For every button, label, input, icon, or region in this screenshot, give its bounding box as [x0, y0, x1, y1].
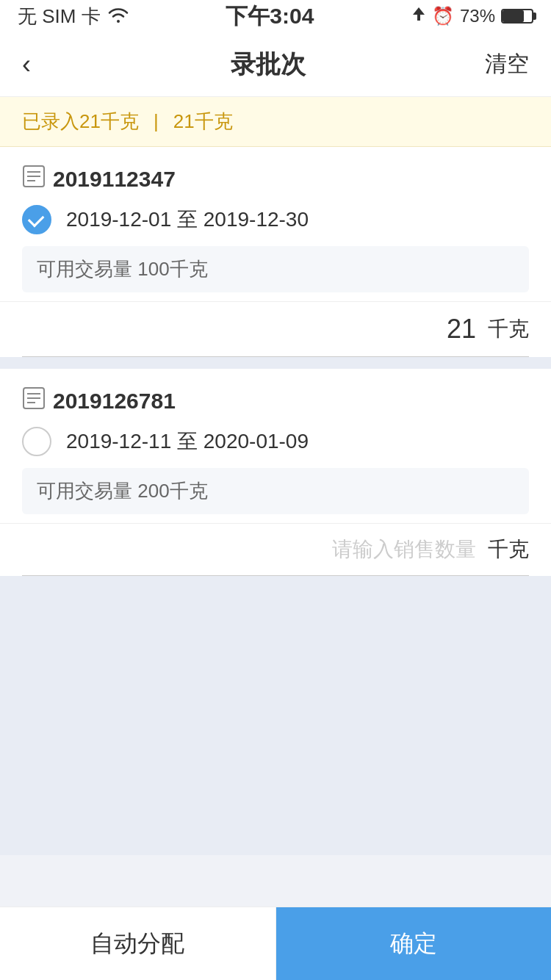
- batch-date-1: 2019-12-01 至 2019-12-30: [66, 206, 309, 234]
- footer: 自动分配 确定: [0, 907, 551, 980]
- quantity-value-1[interactable]: 21: [432, 314, 476, 345]
- batch-available-2: 可用交易量 200千克: [22, 468, 529, 514]
- confirm-button[interactable]: 确定: [276, 907, 552, 980]
- bottom-space: [0, 576, 551, 855]
- auto-distribute-button[interactable]: 自动分配: [0, 907, 276, 980]
- batch-date-row-2[interactable]: 2019-12-11 至 2020-01-09: [0, 421, 551, 462]
- main-content: 2019112347 2019-12-01 至 2019-12-30 可用交易量…: [0, 147, 551, 929]
- batch-id-1: 2019112347: [53, 167, 176, 192]
- batch-doc-icon-2: [22, 386, 46, 415]
- batch-card-2: 2019126781 2019-12-11 至 2020-01-09 可用交易量…: [0, 369, 551, 576]
- info-divider: |: [154, 110, 159, 133]
- status-bar: 无 SIM 卡 下午3:04 ⏰ 73%: [0, 0, 551, 32]
- battery-percent: 73%: [460, 6, 495, 26]
- quantity-row-2: 请输入销售数量 千克: [0, 523, 551, 575]
- total-amount: 21千克: [173, 109, 233, 134]
- section-divider: [0, 357, 551, 369]
- batch-radio-2[interactable]: [22, 427, 51, 456]
- info-banner: 已录入21千克 | 21千克: [0, 97, 551, 147]
- batch-radio-1[interactable]: [22, 205, 51, 234]
- wifi-icon: [108, 5, 129, 28]
- batch-doc-icon-1: [22, 165, 46, 193]
- batch-header-2: 2019126781: [0, 369, 551, 421]
- back-button[interactable]: ‹: [22, 49, 66, 80]
- batch-id-2: 2019126781: [53, 389, 176, 414]
- batch-header-1: 2019112347: [0, 147, 551, 199]
- alarm-icon: ⏰: [432, 6, 454, 26]
- quantity-row-1: 21 千克: [0, 301, 551, 356]
- recorded-amount: 已录入21千克: [22, 109, 139, 134]
- status-left: 无 SIM 卡: [18, 4, 129, 29]
- location-icon: [411, 6, 426, 26]
- batch-available-1: 可用交易量 100千克: [22, 246, 529, 292]
- quantity-unit-1: 千克: [488, 315, 529, 343]
- status-right: ⏰ 73%: [411, 6, 533, 26]
- batch-date-row-1[interactable]: 2019-12-01 至 2019-12-30: [0, 199, 551, 240]
- clear-button[interactable]: 清空: [470, 49, 529, 79]
- status-time: 下午3:04: [226, 1, 314, 32]
- batch-card-1: 2019112347 2019-12-01 至 2019-12-30 可用交易量…: [0, 147, 551, 357]
- battery-icon: [501, 9, 533, 24]
- batch-date-2: 2019-12-11 至 2020-01-09: [66, 428, 309, 455]
- quantity-unit-2: 千克: [488, 536, 529, 563]
- nav-bar: ‹ 录批次 清空: [0, 32, 551, 97]
- carrier-text: 无 SIM 卡: [18, 4, 101, 29]
- quantity-placeholder-2: 请输入销售数量: [332, 536, 476, 563]
- page-title: 录批次: [231, 48, 306, 82]
